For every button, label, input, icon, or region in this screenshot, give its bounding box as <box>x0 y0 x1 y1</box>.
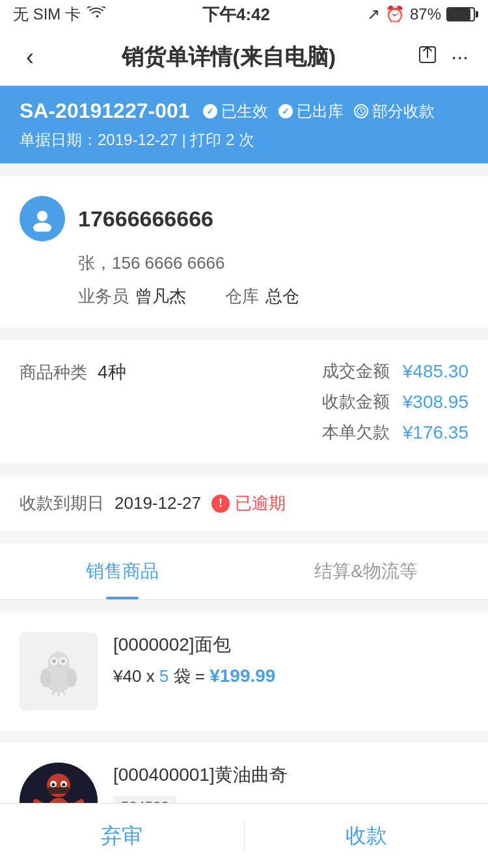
due-date-section: 收款到期日 2019-12-27 ! 已逾期 <box>0 476 488 530</box>
carrier-text: 无 SIM 卡 <box>13 4 81 25</box>
tabs-header: 销售商品 结算&物流等 <box>0 543 488 600</box>
sales-person-value: 曾凡杰 <box>135 285 186 308</box>
avatar <box>20 196 65 241</box>
cancel-button[interactable]: 弃审 <box>0 804 244 868</box>
tab-settlement-label: 结算&物流等 <box>314 561 418 581</box>
svg-line-15 <box>62 691 65 695</box>
product-price-1: ¥40 x 5 袋 = ¥199.99 <box>113 665 468 688</box>
qty-1: 5 <box>159 666 169 686</box>
badge-shipped: ✓ 已出库 <box>278 101 344 122</box>
category-label: 商品种类 <box>20 361 87 384</box>
status-right: ↗ ⏰ 87% <box>367 5 475 23</box>
order-number: SA-20191227-001 <box>20 99 190 123</box>
status-left: 无 SIM 卡 <box>13 4 105 25</box>
price-eq-1: = <box>195 666 210 686</box>
svg-point-2 <box>37 211 47 221</box>
badge-shipped-label: 已出库 <box>297 101 344 122</box>
sales-person-label: 业务员 <box>78 285 129 308</box>
price-total-1: ¥199.99 <box>210 666 275 686</box>
customer-name-phone: 张，156 6666 6666 <box>20 252 468 275</box>
header-subtitle: 单据日期：2019-12-27 | 打印 2 次 <box>20 129 468 150</box>
status-time: 下午4:42 <box>202 3 270 26</box>
category-value: 4种 <box>98 360 126 385</box>
svg-point-9 <box>61 659 65 663</box>
back-button[interactable]: ‹ <box>20 37 40 77</box>
svg-rect-19 <box>47 787 70 794</box>
debt-value: ¥176.35 <box>403 422 468 443</box>
collected-amount-line: 收款金额 ¥308.95 <box>322 390 468 413</box>
tab-active-underline <box>106 597 139 599</box>
customer-phone: 17666666666 <box>78 206 213 232</box>
price-x-1: x <box>146 666 159 686</box>
location-icon: ↗ <box>367 5 380 23</box>
badge-effected: ✓ 已生效 <box>203 101 268 122</box>
warehouse-value: 总仓 <box>265 285 299 308</box>
transaction-amount-label: 成交金额 <box>322 360 390 383</box>
nav-actions: ··· <box>417 44 468 70</box>
product-image-1: 象+ <box>20 632 98 711</box>
price-base-1: ¥40 <box>113 666 141 686</box>
svg-point-11 <box>40 669 51 687</box>
product-info-1: [0000002]面包 ¥40 x 5 袋 = ¥199.99 <box>113 632 468 688</box>
warehouse-label: 仓库 <box>225 285 259 308</box>
battery-icon <box>446 7 475 21</box>
stats-row: 商品种类 4种 成交金额 ¥485.30 收款金额 ¥308.95 本单欠款 ¥… <box>20 360 468 444</box>
svg-point-3 <box>33 223 51 232</box>
tab-settlement[interactable]: 结算&物流等 <box>244 543 488 599</box>
customer-top: 17666666666 <box>20 196 468 241</box>
nav-bar: ‹ 销货单详情(来自电脑) ··· <box>0 29 488 86</box>
check-icon-2: ✓ <box>278 104 293 118</box>
battery-percent: 87% <box>410 5 441 23</box>
alarm-icon: ⏰ <box>385 5 405 23</box>
product-name-2: [000400001]黄油曲奇 <box>113 763 468 787</box>
warehouse-info: 仓库 总仓 <box>225 285 299 308</box>
confirm-button[interactable]: 收款 <box>245 804 489 868</box>
transaction-amount-value: ¥485.30 <box>403 361 468 382</box>
transaction-amount-line: 成交金额 ¥485.30 <box>322 360 468 383</box>
svg-point-23 <box>62 783 66 787</box>
page-title: 销货单详情(来自电脑) <box>122 42 336 72</box>
tabs-section: 销售商品 结算&物流等 <box>0 543 488 600</box>
stats-section: 商品种类 4种 成交金额 ¥485.30 收款金额 ¥308.95 本单欠款 ¥… <box>0 340 488 463</box>
check-icon-1: ✓ <box>203 104 217 118</box>
tab-sales-products[interactable]: 销售商品 <box>0 543 244 599</box>
badge-effected-label: 已生效 <box>221 101 268 122</box>
bottom-actions: 弃审 收款 <box>0 803 488 868</box>
header-top-row: SA-20191227-001 ✓ 已生效 ✓ 已出库 <box>20 99 468 123</box>
product-item-1: 象+ [0000002]面包 ¥40 x 5 袋 = ¥199.99 <box>0 613 488 730</box>
wifi-icon <box>87 5 105 23</box>
collected-amount-value: ¥308.95 <box>403 392 468 413</box>
product-name-1: [0000002]面包 <box>113 632 468 657</box>
overdue-text: 已逾期 <box>235 492 286 515</box>
overdue-badge: ! 已逾期 <box>211 492 286 515</box>
unit-1: 袋 <box>174 666 191 686</box>
svg-point-22 <box>52 783 55 787</box>
sales-person-info: 业务员 曾凡杰 <box>78 285 186 308</box>
collected-amount-label: 收款金额 <box>322 390 390 413</box>
svg-line-13 <box>52 691 55 695</box>
overdue-icon: ! <box>211 495 230 513</box>
debt-line: 本单欠款 ¥176.35 <box>322 421 468 444</box>
svg-point-12 <box>66 669 77 687</box>
stats-left: 商品种类 4种 <box>20 360 126 385</box>
customer-section: 17666666666 张，156 6666 6666 业务员 曾凡杰 仓库 总… <box>0 176 488 327</box>
more-icon[interactable]: ··· <box>451 45 468 69</box>
status-bar: 无 SIM 卡 下午4:42 ↗ ⏰ 87% <box>0 0 488 29</box>
debt-label: 本单欠款 <box>322 421 390 444</box>
clock-icon <box>354 104 368 118</box>
status-badges: ✓ 已生效 ✓ 已出库 <box>203 101 435 122</box>
tab-sales-products-label: 销售商品 <box>86 561 159 581</box>
header-banner: SA-20191227-001 ✓ 已生效 ✓ 已出库 <box>0 86 488 163</box>
due-date-label: 收款到期日 <box>20 492 104 515</box>
badge-partial-label: 部分收款 <box>372 101 435 122</box>
share-icon[interactable] <box>417 44 438 70</box>
svg-point-8 <box>52 659 56 663</box>
badge-partial: 部分收款 <box>354 101 435 122</box>
due-date-value: 2019-12-27 <box>115 493 201 513</box>
customer-info-row: 业务员 曾凡杰 仓库 总仓 <box>20 285 468 308</box>
stats-right: 成交金额 ¥485.30 收款金额 ¥308.95 本单欠款 ¥176.35 <box>322 360 468 444</box>
